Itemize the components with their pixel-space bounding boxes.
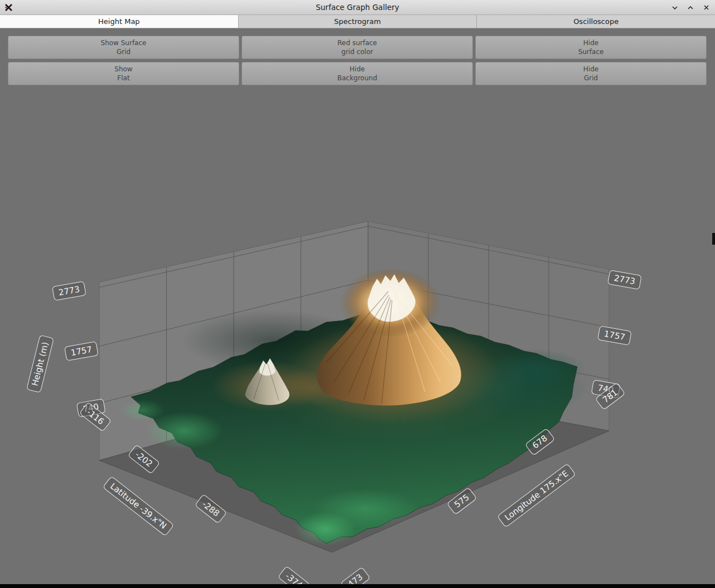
show-flat-button[interactable]: Show Flat — [8, 62, 239, 85]
tab-spectrogram[interactable]: Spectrogram — [239, 15, 477, 28]
bottom-edge-strip — [0, 584, 715, 588]
button-label-line: Flat — [117, 74, 129, 82]
show-surface-grid-button[interactable]: Show Surface Grid — [8, 36, 239, 59]
button-label-line: Hide — [583, 38, 598, 47]
titlebar[interactable]: Surface Graph Gallery — [0, 0, 715, 15]
tab-bar: Height Map Spectrogram Oscilloscope — [0, 15, 715, 28]
button-label-line: Background — [337, 74, 378, 82]
button-label-line: Show — [114, 65, 132, 74]
hide-surface-button[interactable]: Hide Surface — [475, 36, 707, 59]
app-window: Surface Graph Gallery Height Map Spectro… — [0, 0, 715, 588]
right-edge-artifact — [712, 233, 715, 245]
window-controls — [670, 0, 711, 15]
hide-grid-button[interactable]: Hide Grid — [475, 62, 707, 85]
content-area: Show Surface Grid Red surface grid color… — [0, 28, 715, 588]
close-icon — [703, 4, 709, 11]
chevron-up-icon — [687, 6, 694, 10]
graph-controls: Show Surface Grid Red surface grid color… — [8, 36, 707, 85]
window-title: Surface Graph Gallery — [0, 3, 715, 12]
button-label-line: Show Surface — [101, 38, 147, 47]
button-label-line: Red surface — [337, 38, 377, 47]
minimize-button[interactable] — [670, 3, 679, 12]
surface-3d-plot[interactable] — [0, 28, 715, 588]
maximize-button[interactable] — [686, 3, 695, 12]
close-button[interactable] — [702, 3, 711, 12]
button-label-line: Surface — [578, 47, 604, 56]
button-label-line: Hide — [583, 65, 598, 74]
button-label-line: Grid — [584, 74, 598, 82]
button-label-line: grid color — [341, 47, 373, 56]
tab-height-map[interactable]: Height Map — [0, 15, 239, 28]
tab-oscilloscope[interactable]: Oscilloscope — [477, 15, 715, 28]
red-surface-grid-color-button[interactable]: Red surface grid color — [241, 36, 473, 59]
hide-background-button[interactable]: Hide Background — [241, 62, 473, 85]
button-label-line: Grid — [117, 47, 131, 56]
button-label-line: Hide — [350, 65, 365, 74]
chevron-down-icon — [671, 6, 678, 10]
